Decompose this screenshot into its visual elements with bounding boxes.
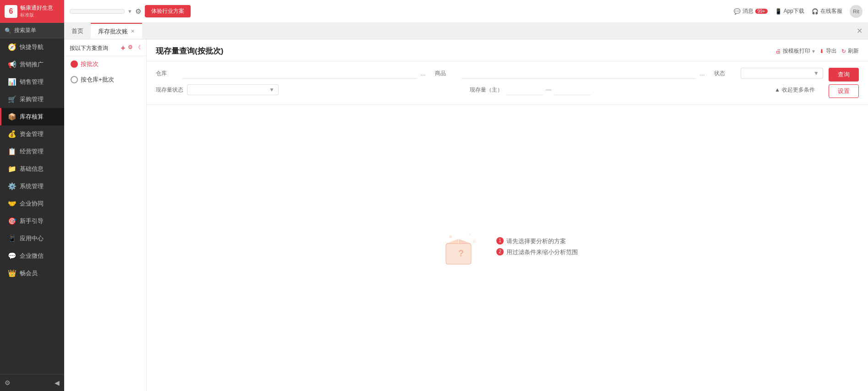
left-panel-header: 按以下方案查询 + ⚙ 《 [64,39,146,56]
collapse-left-button[interactable]: 《 [136,44,141,52]
sidebar-item-finance[interactable]: 💰 资金管理 [0,125,64,143]
export-icon: ⬇ [819,48,824,54]
tab-batch-account[interactable]: 库存批次账 ✕ [91,23,142,39]
sidebar-item-enterprise[interactable]: 🤝 企业协同 [0,195,64,212]
export-button[interactable]: ⬇ 导出 [819,47,837,55]
print-button[interactable]: 🖨 按模板打印 ▾ [775,47,815,55]
warehouse-input[interactable] [182,68,417,79]
svg-point-7 [472,239,476,243]
app-edition: 标准版 [20,12,53,18]
hint-2-number: 2 [496,248,504,255]
inventory-status-filter: 现存量状态 ▼ [156,84,451,95]
tabs-bar: 首页 库存批次账 ✕ ✕ [64,23,868,39]
sidebar-footer: ⚙ ◀ [0,374,64,391]
scheme-item-by-batch[interactable]: 按批次 [64,56,146,72]
sidebar-item-newbie[interactable]: 🎯 新手引导 [0,212,64,230]
refresh-icon: ↻ [841,48,846,54]
empty-hints: 1 请先选择要分析的方案 2 用过滤条件来缩小分析范围 [496,237,578,259]
empty-illustration: ? [437,225,483,271]
inventory-status-arrow-icon: ▼ [269,87,275,93]
qty-max-input[interactable] [554,85,591,95]
phone-icon: 📱 [775,8,782,15]
warehouse-filter: 仓库 ... [156,68,426,79]
inventory-icon: 📦 [8,113,16,121]
hint-1-number: 1 [496,237,504,244]
qty-min-input[interactable] [506,85,543,95]
sidebar-item-inventory[interactable]: 📦 库存核算 [0,108,64,125]
status-arrow-icon: ▼ [813,70,819,76]
inventory-status-select[interactable]: ▼ [187,84,279,95]
warehouse-more-button[interactable]: ... [420,70,426,77]
svg-point-6 [469,234,471,235]
empty-hint-2: 2 用过滤条件来缩小分析范围 [496,248,578,256]
headset-icon: 🎧 [812,8,819,15]
basic-icon: 📁 [8,165,16,173]
wechat-icon: 💬 [8,252,16,260]
message-button[interactable]: 💬 消息 99+ [734,7,768,15]
online-service-button[interactable]: 🎧 在线客服 [812,7,842,15]
search-label: 搜索菜单 [14,27,36,34]
status-select[interactable]: ▼ [741,68,823,79]
app-download-button[interactable]: 📱 App下载 [775,7,804,15]
sidebar-item-vip[interactable]: 👑 畅会员 [0,265,64,282]
business-icon: 📋 [8,147,16,156]
svg-point-5 [449,235,452,238]
tab-home[interactable]: 首页 [64,23,91,39]
left-panel: 按以下方案查询 + ⚙ 《 按批次 按仓库+批次 [64,39,147,391]
status-filter: 状态 ▼ [714,68,815,79]
avatar: Rit [850,5,863,18]
tab-close-button[interactable]: ✕ [131,28,135,34]
purchase-icon: 🛒 [8,95,16,103]
warehouse-label: 仓库 [156,70,179,77]
sidebar-settings-button[interactable]: ⚙ [5,379,11,386]
sidebar-collapse-button[interactable]: ◀ [55,379,60,386]
add-scheme-button[interactable]: + [121,44,125,52]
hint-1-text: 请先选择要分析的方案 [506,237,566,245]
message-badge: 99+ [755,9,768,14]
quick-nav-icon: 🧭 [8,43,16,51]
filter-row-1: 仓库 ... 商品 ... 状态 [156,68,815,79]
sidebar-item-wechat[interactable]: 💬 企业微信 [0,247,64,265]
product-more-button[interactable]: ... [699,70,705,77]
trial-button[interactable]: 体验行业方案 [145,5,191,17]
collapse-filters-button[interactable]: ▲ 收起更多条件 [775,86,815,94]
topbar-search-box[interactable] [70,9,125,14]
sidebar-item-app-center[interactable]: 📱 应用中心 [0,230,64,247]
app-center-icon: 📱 [8,234,16,243]
left-panel-title: 按以下方案查询 [70,44,108,52]
right-panel: 现存量查询(按批次) 🖨 按模板打印 ▾ ⬇ 导出 ↻ 刷新 [147,39,868,391]
user-profile[interactable]: Rit [850,5,863,18]
active-scheme-icon [71,60,78,68]
hint-2-text: 用过滤条件来缩小分析范围 [506,248,578,256]
print-dropdown-icon[interactable]: ▾ [812,48,815,54]
sidebar-item-business[interactable]: 📋 经营管理 [0,143,64,160]
sidebar-item-system[interactable]: ⚙️ 系统管理 [0,178,64,195]
filter-row-2: 现存量状态 ▼ 现存量（主） — [156,84,815,95]
query-button[interactable]: 查询 [829,68,859,81]
main-content: ▾ ⚙ 体验行业方案 💬 消息 99+ 📱 App下载 🎧 在线客服 Rit [64,0,868,391]
left-panel-actions: + ⚙ 《 [121,44,141,52]
refresh-button[interactable]: ↻ 刷新 [841,47,859,55]
filter-buttons: 查询 设置 [824,68,859,98]
product-input[interactable] [461,68,696,79]
tab-bar-close-button[interactable]: ✕ [857,27,868,35]
svg-text:?: ? [458,248,464,258]
scheme-settings-icon[interactable]: ⚙ [128,44,133,52]
sidebar-item-basic[interactable]: 📁 基础信息 [0,160,64,178]
sidebar-item-quick-nav[interactable]: 🧭 快捷导航 [0,38,64,56]
topbar-gear-icon[interactable]: ⚙ [135,7,141,16]
empty-hint-1: 1 请先选择要分析的方案 [496,237,578,245]
chevron-down-icon[interactable]: ▾ [128,8,132,15]
sidebar: 6 畅康通好生意 标准版 🔍 搜索菜单 🧭 快捷导航 📢 营销推广 📊 销售管理… [0,0,64,391]
scheme-item-by-warehouse-batch[interactable]: 按仓库+批次 [64,72,146,87]
sidebar-item-sales[interactable]: 📊 销售管理 [0,73,64,91]
sidebar-search[interactable]: 🔍 搜索菜单 [0,23,64,38]
settings-button[interactable]: 设置 [829,84,859,98]
product-label: 商品 [435,70,458,77]
sidebar-item-marketing[interactable]: 📢 营销推广 [0,56,64,73]
sidebar-item-purchase[interactable]: 🛒 采购管理 [0,91,64,108]
current-qty-label: 现存量（主） [470,86,503,94]
content-area: 按以下方案查询 + ⚙ 《 按批次 按仓库+批次 现存量查询(按批次) [64,39,868,391]
app-logo: 6 [5,5,17,18]
finance-icon: 💰 [8,130,16,138]
